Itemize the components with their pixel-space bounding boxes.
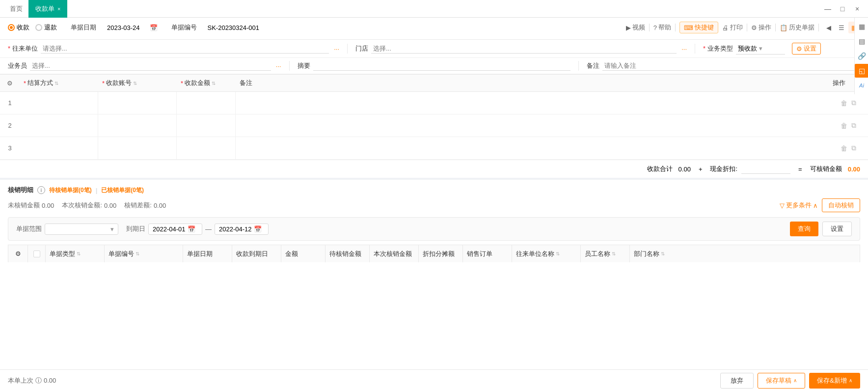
range-chevron-icon: ▾ [110, 225, 114, 233]
staff-field: 业务员 ··· [8, 61, 281, 71]
keyboard-icon: ⌨ [684, 24, 693, 31]
party-more-icon[interactable]: ··· [334, 45, 339, 53]
copy-icon-3[interactable]: ⧉ [851, 144, 856, 152]
cell-action-2: 🗑 ⧉ [829, 121, 868, 130]
layout-list[interactable]: ☰ [836, 22, 847, 33]
delete-icon-2[interactable]: 🗑 [841, 122, 847, 130]
radio-refund-label: 退款 [44, 23, 57, 32]
rcol-salesorder-header: 销售订单 [463, 245, 512, 262]
delete-icon-3[interactable]: 🗑 [841, 144, 847, 152]
radio-receipt-dot [8, 24, 15, 31]
save-draft-btn[interactable]: 保存草稿 ∧ [758, 373, 805, 389]
cell-method-2[interactable] [20, 114, 98, 137]
biz-type-value: 预收款 [738, 44, 757, 53]
sort-icon-amount[interactable]: ⇅ [212, 81, 216, 86]
delete-icon-1[interactable]: 🗑 [841, 99, 847, 107]
sort-icon-account[interactable]: ⇅ [133, 81, 137, 86]
shop-more-icon[interactable]: ··· [681, 45, 687, 53]
cell-note-3[interactable] [236, 137, 829, 160]
col-settings-icon[interactable]: ⚙ [0, 80, 20, 87]
sort-icon-dept[interactable]: ⇅ [661, 251, 665, 256]
cell-account-2[interactable] [98, 114, 177, 137]
cell-amount-2[interactable] [177, 114, 236, 137]
tab-pending[interactable]: 待核销单据(0笔) [49, 186, 92, 195]
nav-home[interactable]: 首页 [4, 0, 28, 18]
party-input[interactable] [41, 44, 329, 54]
discount-input[interactable] [741, 164, 790, 174]
help-icon: ? [653, 24, 657, 31]
date-to-input[interactable]: 2022-04-12 📅 [215, 223, 269, 235]
rcol-dept-header: 部门名称 ⇅ [630, 245, 679, 262]
tab-done[interactable]: 已核销单据(0笔) [101, 186, 144, 195]
nav-tab-close[interactable]: × [57, 0, 60, 18]
summary-input[interactable] [313, 61, 571, 71]
nav-tab-receipt[interactable]: 收款单 × [28, 0, 67, 18]
right-panel-btn1[interactable]: ▦ [855, 20, 868, 33]
sort-icon-type[interactable]: ⇅ [77, 251, 81, 256]
rcol-check[interactable] [28, 245, 46, 262]
stats-right: ▽ 更多条件 ∧ 自动核销 [780, 198, 860, 212]
range-select[interactable]: ▾ [45, 223, 118, 235]
sort-icon[interactable]: ⇅ [54, 81, 58, 86]
cell-account-1[interactable] [98, 92, 177, 114]
staff-label: 业务员 [8, 61, 27, 70]
btn-history[interactable]: 📋 历史单据 [780, 23, 814, 32]
reconcile-settings-btn[interactable]: 设置 [822, 222, 852, 236]
col-note-header: 备注 [236, 79, 829, 87]
biz-type-dropdown[interactable]: 预收款 ▾ [736, 43, 785, 55]
bottom-info-value: 0.00 [44, 377, 56, 384]
rcol-no-header: 单据编号 ⇅ [105, 245, 183, 262]
cell-method-3[interactable] [20, 137, 98, 160]
date-from-input[interactable]: 2022-04-01 📅 [148, 223, 202, 235]
staff-input[interactable] [30, 61, 271, 71]
calendar-from-icon: 📅 [188, 225, 195, 233]
cell-amount-3[interactable] [177, 137, 236, 160]
cell-note-1[interactable] [236, 92, 829, 114]
right-panel-btn2[interactable]: ▤ [855, 34, 868, 48]
calendar-icon[interactable]: 📅 [150, 24, 158, 31]
btn-help[interactable]: ? 帮助 [653, 23, 671, 32]
btn-video[interactable]: ▶ 视频 [626, 23, 645, 32]
copy-icon-1[interactable]: ⧉ [851, 99, 856, 107]
col-amount-header: * 收款金额 ⇅ [177, 79, 236, 87]
query-btn[interactable]: 查询 [790, 222, 818, 236]
staff-more-icon[interactable]: ··· [276, 62, 281, 70]
btn-print[interactable]: 🖨 打印 [722, 23, 743, 32]
bottom-info-icon[interactable]: ⓘ [35, 376, 42, 385]
cell-method-1[interactable] [20, 92, 98, 114]
right-panel-btn4[interactable]: ◱ [855, 64, 868, 78]
info-icon[interactable]: i [37, 186, 45, 194]
radio-receipt[interactable]: 收款 [8, 23, 29, 32]
shop-input[interactable] [371, 44, 677, 54]
more-conditions-btn[interactable]: ▽ 更多条件 ∧ [780, 201, 818, 210]
rcol-duedate-header: 收款到期日 [232, 245, 281, 262]
radio-refund[interactable]: 退款 [35, 23, 57, 32]
discard-btn[interactable]: 放弃 [720, 373, 754, 389]
cell-action-1: 🗑 ⧉ [829, 99, 868, 107]
cell-account-3[interactable] [98, 137, 177, 160]
btn-ops[interactable]: ⚙ 操作 [751, 23, 771, 32]
rcol-settings[interactable]: ⚙ [8, 245, 28, 262]
layout-prev[interactable]: ◀ [823, 22, 835, 33]
window-minimize[interactable]: — [821, 2, 835, 16]
window-maximize[interactable]: □ [836, 2, 849, 16]
form-settings-btn[interactable]: ⚙ 设置 [792, 43, 821, 55]
btn-shortcut[interactable]: ⌨ 快捷键 [679, 22, 718, 33]
chevron-down-icon: ▾ [759, 45, 762, 52]
remark-input[interactable] [602, 61, 860, 71]
save-new-btn[interactable]: 保存&新增 ∧ [809, 373, 860, 389]
rcol-staff-header: 员工名称 ⇅ [581, 245, 630, 262]
sort-icon-staff[interactable]: ⇅ [612, 251, 616, 256]
sort-icon-no[interactable]: ⇅ [136, 251, 139, 256]
biz-type-field: * 业务类型 预收款 ▾ ⚙ 设置 [703, 43, 860, 55]
rcol-type-header: 单据类型 ⇅ [46, 245, 105, 262]
select-all-checkbox[interactable] [33, 251, 40, 257]
cell-note-2[interactable] [236, 114, 829, 137]
copy-icon-2[interactable]: ⧉ [851, 121, 856, 130]
window-close[interactable]: × [850, 2, 864, 16]
cell-amount-1[interactable] [177, 92, 236, 114]
right-panel-btn3[interactable]: 🔗 [855, 49, 868, 63]
ai-button[interactable]: Ai [855, 79, 868, 92]
sort-icon-party[interactable]: ⇅ [556, 251, 560, 256]
auto-reconcile-btn[interactable]: 自动核销 [822, 198, 860, 212]
